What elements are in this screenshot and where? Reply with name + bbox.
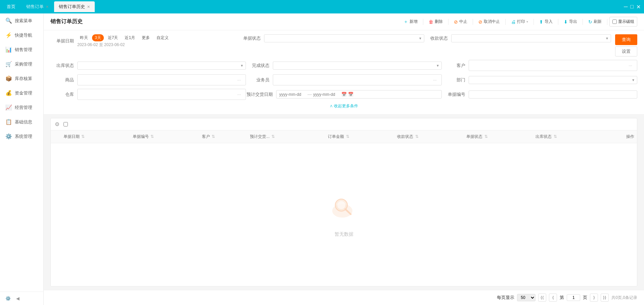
window-close-icon[interactable]: ✕ (636, 4, 641, 10)
cal-start-icon[interactable]: 📅 (341, 92, 347, 97)
total-info: 共0页,0条记录 (611, 295, 637, 301)
sort-customer-icon[interactable]: ⇅ (212, 134, 215, 139)
sort-expected-date-icon[interactable]: ⇅ (271, 134, 275, 139)
warehouse-dots-icon[interactable]: ··· (235, 90, 243, 98)
delivery-status-select[interactable]: ▾ (77, 62, 246, 70)
cancel-stop-button[interactable]: ⊘ 取消中止 (475, 17, 503, 26)
sidebar-item-operations[interactable]: 📈 经营管理 (0, 100, 43, 115)
set-button[interactable]: 设置 (615, 46, 637, 56)
customer-input[interactable]: ··· (469, 60, 637, 71)
sidebar-collapse-icon[interactable]: ◀ (16, 296, 19, 301)
payment-status-select[interactable]: ▾ (451, 34, 611, 42)
quick-nav-icon: ⚡ (5, 32, 12, 38)
filter-customer-group: 客户 ··· (442, 60, 637, 71)
print-button[interactable]: 🖨 打印 ▾ (508, 17, 531, 26)
filter-row-2: 出库状态 ▾ 完成状态 ▾ 客户 ··· (50, 60, 637, 71)
goods-dots-icon[interactable]: ··· (235, 76, 243, 84)
select-all-checkbox[interactable] (63, 122, 68, 126)
tab-sales-order[interactable]: 销售订单 ✕ (22, 1, 53, 12)
order-status-select[interactable]: ▾ (264, 34, 424, 42)
date-today[interactable]: 昨天 (77, 34, 91, 41)
salesman-input[interactable]: ··· (273, 74, 441, 85)
finance-icon: 💰 (5, 90, 12, 96)
payment-status-arrow-icon: ▾ (606, 36, 608, 41)
import-icon: ⬆ (539, 19, 543, 25)
expected-date-input[interactable]: — 📅 📅 (276, 90, 441, 99)
toolbar: ＋ 新增 🗑 删除 ⊘ 中止 ⊘ 取消中止 (400, 17, 637, 27)
goods-input[interactable]: ··· (77, 74, 246, 85)
stop-button[interactable]: ⊘ 中止 (450, 17, 471, 26)
sidebar-item-purchase-mgmt[interactable]: 🛒 采购管理 (0, 57, 43, 71)
sidebar-item-quick-nav[interactable]: ⚡ 快捷导航 (0, 28, 43, 42)
display-columns-toggle[interactable]: 显示碳组 (609, 17, 637, 27)
page-next-btn[interactable]: ⟩ (590, 294, 598, 302)
date-filter-buttons: 昨天 3天 近7天 近1月 更多 自定义 (77, 34, 171, 41)
dept-select[interactable]: ▾ (469, 76, 637, 84)
sidebar-item-base-info[interactable]: 📋 基础信息 (0, 115, 43, 129)
window-maximize-icon[interactable]: □ (630, 4, 634, 10)
dept-label: 部门 (442, 77, 469, 83)
expected-date-start[interactable] (279, 92, 306, 97)
display-columns-checkbox[interactable] (612, 20, 617, 24)
filter-order-no-group: 单据编号 (442, 90, 637, 99)
sort-date-icon[interactable]: ⇅ (81, 134, 85, 139)
date-7days[interactable]: 近7天 (105, 34, 121, 41)
sort-amount-icon[interactable]: ⇅ (346, 134, 349, 139)
table-settings-icon[interactable]: ⚙ (55, 121, 59, 127)
warehouse-input[interactable]: ··· (77, 89, 246, 100)
date-custom[interactable]: 自定义 (154, 34, 171, 41)
table-header: 单据日期 ⇅ 单据编号 ⇅ 客户 ⇅ 预计交货... (51, 130, 637, 143)
date-options: 昨天 3天 近7天 近1月 更多 自定义 2023-06-02 至 2023-0… (77, 34, 171, 48)
import-button[interactable]: ⬆ 导入 (536, 17, 556, 26)
close-tab-history[interactable]: ✕ (87, 5, 90, 9)
date-1month[interactable]: 近1月 (122, 34, 138, 41)
order-no-input[interactable] (469, 90, 637, 99)
sort-delivery-status-icon[interactable]: ⇅ (554, 134, 557, 139)
salesman-dots-icon[interactable]: ··· (431, 76, 439, 84)
page-prev-btn[interactable]: ⟨ (549, 294, 557, 302)
filter-warehouse-group: 仓库 ··· (50, 89, 246, 100)
export-button[interactable]: ⬇ 导出 (560, 17, 581, 26)
sidebar: 🔍 搜索菜单 ⚡ 快捷导航 📊 销售管理 🛒 采购管理 📦 库存核算 💰 资金管… (0, 13, 44, 305)
date-more[interactable]: 更多 (139, 34, 153, 41)
customer-dots-icon[interactable]: ··· (627, 62, 634, 69)
empty-illustration (327, 192, 361, 228)
expected-date-end[interactable] (313, 92, 340, 97)
delete-button[interactable]: 🗑 删除 (425, 17, 446, 26)
sort-order-status-icon[interactable]: ⇅ (484, 134, 488, 139)
toolbar-divider-6 (558, 19, 558, 25)
salesman-label: 业务员 (246, 77, 273, 83)
sidebar-item-search-menu[interactable]: 🔍 搜索菜单 (0, 13, 43, 28)
page-last-btn[interactable]: ⟩⟩ (601, 294, 609, 302)
page-first-btn[interactable]: ⟨⟨ (538, 294, 546, 302)
toolbar-divider-1 (423, 19, 423, 25)
completion-status-select[interactable]: ▾ (273, 62, 441, 70)
pagination: 每页显示 50 10 20 100 ⟨⟨ ⟨ 第 页 ⟩ ⟩⟩ 共0页,0条记录 (44, 290, 644, 305)
sort-payment-status-icon[interactable]: ⇅ (415, 134, 419, 139)
sidebar-item-sales-mgmt[interactable]: 📊 销售管理 (0, 42, 43, 57)
th-expected-date: 预计交货... ⇅ (247, 130, 325, 143)
sidebar-settings-icon[interactable]: ⚙️ (5, 296, 11, 301)
query-button[interactable]: 查询 (615, 34, 637, 45)
empty-state: 暂无数据 (51, 143, 637, 286)
page-number-input[interactable] (567, 294, 580, 301)
add-button[interactable]: ＋ 新增 (400, 17, 421, 27)
sidebar-item-sys-mgmt[interactable]: ⚙️ 系统管理 (0, 129, 43, 144)
page-header: 销售订单历史 ＋ 新增 🗑 删除 ⊘ 中止 ⊘ (44, 13, 644, 30)
tab-sales-order-history[interactable]: 销售订单历史 ✕ (54, 1, 95, 12)
window-minimize-icon[interactable]: ─ (624, 4, 628, 10)
date-3days[interactable]: 3天 (92, 34, 104, 41)
tab-home[interactable]: 首页 (3, 1, 19, 12)
collapse-bar[interactable]: ∧ 收起更多条件 (50, 102, 637, 110)
operations-icon: 📈 (5, 104, 12, 111)
filter-area: 单据日期 昨天 3天 近7天 近1月 更多 自定义 2023-06-02 至 2… (44, 30, 644, 115)
refresh-button[interactable]: ↻ 刷新 (585, 17, 605, 26)
query-set-buttons: 查询 设置 (615, 34, 637, 56)
close-tab-sales-order[interactable]: ✕ (46, 5, 49, 9)
page-size-select[interactable]: 50 10 20 100 (517, 294, 535, 301)
th-order-status: 单据状态 ⇅ (464, 130, 533, 143)
sort-order-no-icon[interactable]: ⇅ (151, 134, 154, 139)
cal-end-icon[interactable]: 📅 (348, 92, 353, 97)
sidebar-item-finance[interactable]: 💰 资金管理 (0, 86, 43, 100)
sidebar-item-inventory[interactable]: 📦 库存核算 (0, 71, 43, 86)
